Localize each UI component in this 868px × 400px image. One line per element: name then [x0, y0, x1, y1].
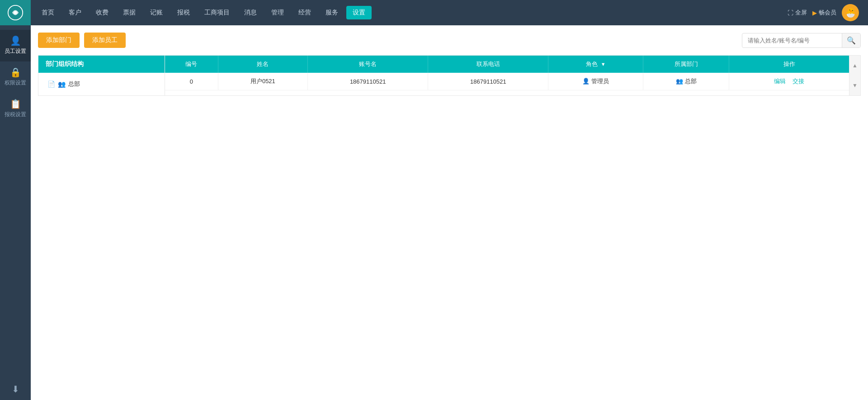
cell-action: 编辑 交接: [729, 73, 849, 90]
scroll-up-btn[interactable]: ▲: [849, 56, 860, 75]
dept-tree-header: 部门组织结构: [38, 56, 165, 73]
col-id: 编号: [165, 56, 218, 73]
main-layout: 👤 员工设置 🔒 权限设置 📋 报税设置 ⬇ 添加部门 添加员工 🔍: [0, 25, 868, 400]
search-bar: 🔍: [742, 33, 861, 48]
top-nav: 首页客户收费票据记账报税工商项目消息管理经营服务设置 ⛶ 全屏 ▶ 畅会员 🐣: [0, 0, 868, 25]
scroll-down-btn[interactable]: ▼: [849, 75, 860, 95]
vip-icon: ▶: [812, 9, 817, 16]
sidebar-item-permissions[interactable]: 🔒 权限设置: [0, 61, 31, 93]
nav-item-报税[interactable]: 报税: [171, 6, 196, 19]
dept-tree: 部门组织结构 📄 👥 总部: [38, 56, 165, 95]
sidebar-label-tax: 报税设置: [5, 111, 26, 118]
logo[interactable]: [0, 0, 31, 25]
top-nav-menu: 首页客户收费票据记账报税工商项目消息管理经营服务设置: [31, 6, 788, 19]
sidebar-item-employee[interactable]: 👤 员工设置: [0, 30, 31, 61]
cell-name: 用户0521: [218, 73, 307, 90]
cell-account: 18679110521: [308, 73, 428, 90]
add-dept-button[interactable]: 添加部门: [38, 33, 80, 48]
dept-file-icon: 📄: [47, 80, 55, 88]
transfer-link[interactable]: 交接: [793, 78, 804, 85]
dept-label-root: 总部: [68, 80, 80, 88]
table-row: 0 用户0521 18679110521 18679110521 👤管理员 👥总…: [165, 73, 849, 90]
vip-label: 畅会员: [819, 9, 836, 17]
nav-item-消息[interactable]: 消息: [238, 6, 263, 19]
table-area: 部门组织结构 📄 👥 总部 编号 姓名 账号名: [38, 55, 861, 96]
fullscreen-label: 全屏: [795, 9, 807, 17]
download-icon: ⬇: [12, 385, 19, 394]
fullscreen-icon: ⛶: [788, 9, 793, 16]
employee-icon: 👤: [10, 36, 21, 45]
nav-item-服务[interactable]: 服务: [319, 6, 344, 19]
col-name: 姓名: [218, 56, 307, 73]
scroll-buttons: ▲ ▼: [849, 56, 860, 95]
edit-link[interactable]: 编辑: [774, 78, 786, 85]
content-area: 添加部门 添加员工 🔍 部门组织结构 📄 👥 总部: [31, 25, 868, 400]
nav-item-工商项目[interactable]: 工商项目: [198, 6, 236, 19]
search-input[interactable]: [742, 34, 842, 47]
sidebar-label-employee: 员工设置: [5, 47, 26, 55]
sidebar-label-permissions: 权限设置: [5, 79, 26, 87]
search-button[interactable]: 🔍: [842, 33, 860, 47]
cell-id: 0: [165, 73, 218, 90]
vip-btn[interactable]: ▶ 畅会员: [812, 9, 836, 17]
col-phone: 联系电话: [428, 56, 548, 73]
cell-dept: 👥总部: [643, 73, 729, 90]
nav-item-管理[interactable]: 管理: [265, 6, 290, 19]
nav-item-设置[interactable]: 设置: [346, 6, 372, 19]
add-emp-button[interactable]: 添加员工: [84, 33, 126, 48]
col-role[interactable]: 角色 ▼: [548, 56, 643, 73]
toolbar: 添加部门 添加员工 🔍: [38, 33, 861, 48]
nav-item-记账[interactable]: 记账: [144, 6, 169, 19]
employee-table: 编号 姓名 账号名 联系电话 角色 ▼ 所属部门 操作 0 用户0521 186…: [165, 56, 849, 90]
cell-role: 👤管理员: [548, 73, 643, 90]
role-filter-icon[interactable]: ▼: [601, 61, 606, 67]
fullscreen-btn[interactable]: ⛶ 全屏: [788, 9, 807, 17]
nav-item-经营[interactable]: 经营: [292, 6, 317, 19]
dept-item-root[interactable]: 📄 👥 总部: [44, 77, 159, 91]
sidebar-bottom-btn[interactable]: ⬇: [0, 378, 31, 400]
nav-item-票据[interactable]: 票据: [117, 6, 142, 19]
nav-item-客户[interactable]: 客户: [62, 6, 88, 19]
col-account: 账号名: [308, 56, 428, 73]
employee-table-wrap: 编号 姓名 账号名 联系电话 角色 ▼ 所属部门 操作 0 用户0521 186…: [165, 56, 849, 95]
nav-item-首页[interactable]: 首页: [35, 6, 61, 19]
avatar[interactable]: 🐣: [842, 4, 859, 21]
svg-point-1: [14, 11, 17, 14]
sidebar: 👤 员工设置 🔒 权限设置 📋 报税设置 ⬇: [0, 25, 31, 400]
sidebar-item-tax[interactable]: 📋 报税设置: [0, 93, 31, 125]
col-action: 操作: [729, 56, 849, 73]
table-header-row: 编号 姓名 账号名 联系电话 角色 ▼ 所属部门 操作: [165, 56, 849, 73]
permissions-icon: 🔒: [10, 68, 21, 77]
tax-icon: 📋: [10, 99, 21, 108]
cell-phone: 18679110521: [428, 73, 548, 90]
dept-tree-body: 📄 👥 总部: [38, 73, 165, 95]
role-user-icon: 👤: [582, 78, 590, 85]
dept-user-icon: 👥: [58, 80, 66, 88]
top-nav-right: ⛶ 全屏 ▶ 畅会员 🐣: [788, 4, 868, 21]
dept-user-icon-cell: 👥: [676, 78, 683, 85]
col-dept: 所属部门: [643, 56, 729, 73]
nav-item-收费[interactable]: 收费: [90, 6, 115, 19]
